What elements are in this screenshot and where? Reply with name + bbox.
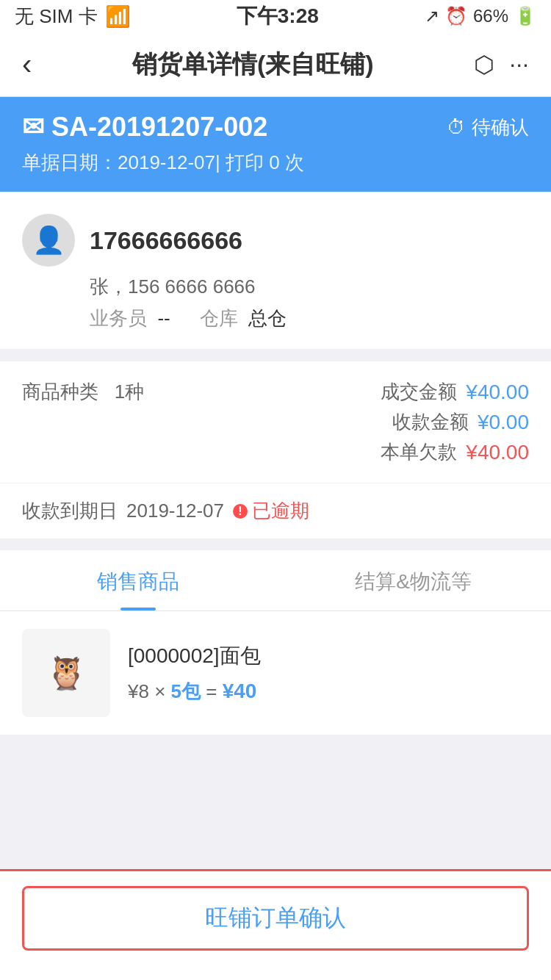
page-title: 销货单详情(来自旺铺) — [132, 48, 374, 82]
nav-bar: ‹ 销货单详情(来自旺铺) ⬡ ··· — [0, 32, 551, 97]
debt-value: ¥40.00 — [466, 441, 529, 464]
product-type-value: 1种 — [115, 381, 144, 403]
status-clock-icon: ⏱ — [447, 116, 466, 139]
sales-label: 业务员 -- — [90, 306, 170, 331]
multiply-sign: × — [154, 680, 170, 702]
product-total: ¥40 — [223, 680, 257, 702]
date-label: 单据日期： — [22, 151, 118, 173]
overdue-badge: ! 已逾期 — [233, 498, 309, 524]
payment-value: ¥0.00 — [478, 411, 529, 434]
product-price-row: ¥8 × 5包 = ¥40 — [128, 679, 529, 705]
tab-sales-products[interactable]: 销售商品 — [0, 550, 276, 610]
tab-settlement[interactable]: 结算&物流等 — [276, 550, 551, 610]
product-type-row: 商品种类 1种 — [22, 379, 144, 405]
payment-amount-row: 收款金额 ¥0.00 — [392, 409, 529, 435]
product-type-label: 商品种类 — [22, 381, 98, 403]
deal-amount-label: 成交金额 — [381, 379, 457, 405]
wifi-icon: 📶 — [105, 4, 131, 29]
sales-value: -- — [157, 307, 170, 329]
share-icon[interactable]: ⬡ — [474, 51, 494, 79]
bottom-button-container: 旺铺订单确认 — [0, 869, 551, 980]
thick-divider-2 — [0, 538, 551, 550]
nav-left: ‹ — [22, 48, 32, 81]
deal-amount-value: ¥40.00 — [466, 381, 529, 404]
debt-label: 本单欠款 — [381, 439, 457, 465]
thick-divider-1 — [0, 350, 551, 361]
summary-section: 商品种类 1种 成交金额 ¥40.00 收款金额 ¥0.00 本单欠款 ¥40.… — [0, 361, 551, 483]
deal-amount-row: 成交金额 ¥40.00 — [381, 379, 529, 405]
customer-meta: 业务员 -- 仓库 总仓 — [90, 306, 529, 331]
customer-name: 张，156 6666 6666 — [90, 274, 529, 300]
table-row: 🦉 [0000002]面包 ¥8 × 5包 = ¥40 — [0, 611, 551, 735]
quantity: 5包 — [171, 680, 201, 702]
customer-phone: 17666666666 — [90, 226, 242, 255]
order-id-text: SA-20191207-002 — [51, 112, 267, 143]
product-list: 🦉 [0000002]面包 ¥8 × 5包 = ¥40 — [0, 611, 551, 735]
price-unit: ¥8 — [128, 680, 149, 702]
summary-left: 商品种类 1种 — [22, 379, 144, 405]
order-status: ⏱ 待确认 — [447, 115, 529, 140]
back-button[interactable]: ‹ — [22, 48, 32, 81]
status-bar: 无 SIM 卡 📶 下午3:28 ↗ ⏰ 66% 🔋 — [0, 0, 551, 32]
due-date-value: 2019-12-07 — [126, 500, 224, 522]
order-header: ✉ SA-20191207-002 ⏱ 待确认 单据日期：2019-12-07|… — [0, 97, 551, 192]
status-time: 下午3:28 — [237, 2, 319, 30]
summary-right: 成交金额 ¥40.00 收款金额 ¥0.00 本单欠款 ¥40.00 — [381, 379, 529, 465]
order-id-row: ✉ SA-20191207-002 ⏱ 待确认 — [22, 112, 529, 143]
product-name: [0000002]面包 — [128, 642, 529, 670]
confirm-order-button[interactable]: 旺铺订单确认 — [22, 886, 529, 951]
battery-icon: 🔋 — [514, 6, 536, 26]
nav-right: ⬡ ··· — [474, 51, 529, 79]
more-icon[interactable]: ··· — [509, 51, 529, 78]
debt-amount-row: 本单欠款 ¥40.00 — [381, 439, 529, 465]
alarm-icon: ⏰ — [445, 6, 467, 26]
product-thumb-icon: 🦉 — [46, 654, 87, 692]
product-thumbnail: 🦉 — [22, 629, 110, 717]
status-label: 待确认 — [472, 115, 529, 140]
tab-sales-label: 销售商品 — [97, 570, 179, 593]
due-date-section: 收款到期日 2019-12-07 ! 已逾期 — [0, 483, 551, 538]
confirm-button-label: 旺铺订单确认 — [205, 902, 346, 934]
status-right: ↗ ⏰ 66% 🔋 — [425, 6, 536, 26]
order-id-icon: ✉ — [22, 112, 44, 143]
overdue-text: 已逾期 — [252, 498, 309, 524]
avatar-icon: 👤 — [32, 225, 65, 256]
order-date: 单据日期：2019-12-07| 打印 0 次 — [22, 150, 529, 176]
gps-icon: ↗ — [425, 6, 439, 26]
overdue-dot-icon: ! — [233, 504, 248, 519]
order-id: ✉ SA-20191207-002 — [22, 112, 267, 143]
tabs-section: 销售商品 结算&物流等 — [0, 550, 551, 611]
tab-settlement-label: 结算&物流等 — [355, 570, 472, 593]
date-value: 2019-12-07 — [118, 151, 215, 173]
product-info: [0000002]面包 ¥8 × 5包 = ¥40 — [128, 642, 529, 705]
status-left: 无 SIM 卡 📶 — [15, 4, 131, 29]
equals-sign: = — [206, 680, 222, 702]
warehouse-info: 仓库 总仓 — [200, 306, 287, 331]
avatar: 👤 — [22, 214, 75, 267]
due-date-label: 收款到期日 — [22, 498, 118, 524]
warehouse-value: 总仓 — [248, 307, 287, 329]
carrier-text: 无 SIM 卡 — [15, 4, 98, 29]
battery-text: 66% — [473, 6, 508, 26]
customer-row: 👤 17666666666 — [22, 214, 529, 267]
print-info: | 打印 0 次 — [215, 151, 304, 173]
customer-card: 👤 17666666666 张，156 6666 6666 业务员 -- 仓库 … — [0, 192, 551, 349]
payment-label: 收款金额 — [392, 409, 469, 435]
